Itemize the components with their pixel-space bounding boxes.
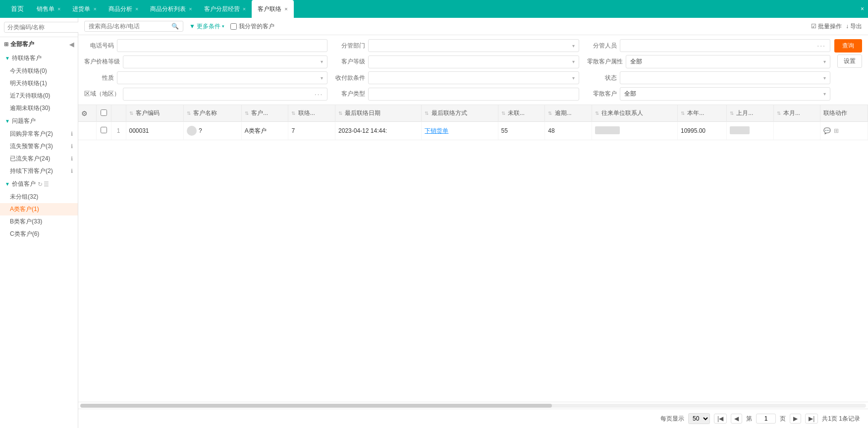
- sidebar-item-repurchase-abnormal[interactable]: 回购异常客户(2) ℹ: [0, 128, 78, 140]
- sidebar-item-unclassified[interactable]: 未分组(32): [0, 191, 78, 203]
- select-all-checkbox[interactable]: [101, 109, 107, 116]
- name-cell: ?: [187, 126, 238, 136]
- filter-input-customer-level[interactable]: ▾: [368, 55, 579, 68]
- sort-icon-10: ⇅: [681, 110, 685, 116]
- sidebar-item-7days-contact[interactable]: 近7天待联络(0): [0, 90, 78, 102]
- main-layout: 🔍 ⊞ 全部客户 ◀ ▼ 待联络客户 今天待联络(0) 明天待联络(1) 近7天…: [0, 18, 868, 428]
- sidebar-item-class-c[interactable]: C类客户(6): [0, 228, 78, 240]
- td-checkbox[interactable]: [96, 122, 111, 140]
- qr-icon[interactable]: ⊞: [834, 127, 839, 134]
- filter-input-retail-attr[interactable]: 全部 ▾: [626, 55, 830, 68]
- sidebar-group-pending[interactable]: ▼ 待联络客户: [0, 52, 78, 65]
- td-action: 💬 ⊞: [820, 122, 868, 140]
- filter-input-customer-type[interactable]: [368, 88, 579, 101]
- filter-search-input[interactable]: [89, 23, 171, 30]
- sidebar-item-churn-warning[interactable]: 流失预警客户(3) ℹ: [0, 140, 78, 153]
- message-icon[interactable]: 💬: [823, 127, 831, 134]
- sidebar-item-class-b[interactable]: B类客户(33): [0, 215, 78, 228]
- sidebar-item-overdue-contact[interactable]: 逾期未联络(30): [0, 102, 78, 114]
- sidebar-item-churned[interactable]: 已流失客户(24) ℹ: [0, 153, 78, 165]
- horizontal-scrollbar[interactable]: [78, 402, 868, 409]
- sidebar-item-tomorrow-contact[interactable]: 明天待联络(1): [0, 77, 78, 90]
- dots-icon-region: ···: [315, 90, 324, 98]
- my-customers-checkbox[interactable]: 我分管的客户: [230, 22, 274, 31]
- filter-input-retail-customer[interactable]: 全部 ▾: [620, 87, 830, 101]
- th-customer-code[interactable]: ⇅ 客户编码: [126, 105, 184, 122]
- th-gear[interactable]: ⚙: [78, 105, 96, 122]
- th-unit-contact[interactable]: ⇅ 往来单位联系人: [592, 105, 677, 122]
- page-number-input[interactable]: [756, 414, 776, 424]
- next-page-button[interactable]: ▶: [790, 414, 801, 424]
- nav-tab-customer-mgmt[interactable]: 客户分层经营 ×: [198, 0, 252, 18]
- row-checkbox[interactable]: [101, 127, 107, 133]
- sort-icon-2: ⇅: [187, 110, 191, 116]
- close-all-button[interactable]: ×: [861, 5, 864, 12]
- filter-bar-actions: ☑ 批量操作 ↓ 导出: [811, 22, 862, 31]
- query-button[interactable]: 查询: [834, 39, 862, 53]
- batch-operation-button[interactable]: ☑ 批量操作: [811, 22, 842, 31]
- sidebar-item-class-a[interactable]: A类客户(1): [0, 203, 78, 215]
- last-page-button[interactable]: ▶|: [805, 414, 818, 424]
- export-button[interactable]: ↓ 导出: [846, 22, 862, 31]
- th-customer-type[interactable]: ⇅ 客户...: [241, 105, 288, 122]
- filter-input-region[interactable]: ···: [123, 88, 327, 101]
- sidebar-group-value[interactable]: ▼ 价值客户 ↻ ☰: [0, 177, 78, 191]
- th-this-year[interactable]: ⇅ 本年...: [677, 105, 726, 122]
- filter-input-price-level[interactable]: ▾: [123, 55, 327, 68]
- filter-input-dept[interactable]: ▾: [368, 39, 579, 52]
- th-checkbox[interactable]: [96, 105, 111, 122]
- close-tab-sales-icon[interactable]: ×: [57, 6, 60, 12]
- sidebar-search-input[interactable]: [4, 22, 85, 33]
- filter-search-icon[interactable]: 🔍: [171, 23, 179, 30]
- th-overdue[interactable]: ⇅ 逾期...: [545, 105, 592, 122]
- settings-button[interactable]: 设置: [837, 54, 862, 68]
- close-tab-customer-mgmt-icon[interactable]: ×: [243, 6, 246, 12]
- filter-input-status[interactable]: ▾: [620, 71, 830, 84]
- td-unit-contact: [592, 122, 677, 140]
- nav-tab-analysis[interactable]: 商品分析 ×: [103, 0, 144, 18]
- close-tab-purchase-icon[interactable]: ×: [93, 6, 96, 12]
- nav-home[interactable]: 首页: [4, 0, 31, 18]
- refresh-icon[interactable]: ↻: [38, 181, 43, 188]
- more-conditions-button[interactable]: ▼ 更多条件 ▾: [189, 22, 224, 31]
- sort-icon-7: ⇅: [501, 110, 505, 116]
- filter-input-nature[interactable]: ▾: [117, 71, 327, 84]
- filter-input-payment[interactable]: ▾: [368, 71, 579, 84]
- scrollbar-thumb[interactable]: [80, 404, 552, 408]
- info-icon-1: ℹ: [71, 131, 73, 137]
- nav-tab-sales[interactable]: 销售单 ×: [31, 0, 66, 18]
- close-tab-customer-contact-icon[interactable]: ×: [284, 6, 287, 12]
- filter-input-phone[interactable]: [117, 39, 327, 52]
- nav-tab-customer-contact[interactable]: 客户联络 ×: [252, 0, 293, 18]
- th-customer-name[interactable]: ⇅ 客户名称: [184, 105, 242, 122]
- td-customer-name: ?: [184, 122, 242, 140]
- sidebar-group-problem[interactable]: ▼ 问题客户: [0, 114, 78, 128]
- th-last-contact-date[interactable]: ⇅ 最后联络日期: [335, 105, 422, 122]
- chevron-payment-icon: ▾: [572, 75, 575, 81]
- close-tab-analysis-icon[interactable]: ×: [135, 6, 138, 12]
- filter-label-region: 区域（地区）: [84, 90, 120, 98]
- my-customers-check[interactable]: [230, 23, 237, 30]
- per-page-select[interactable]: 50: [688, 413, 710, 424]
- prev-page-button[interactable]: ◀: [731, 414, 742, 424]
- th-this-month[interactable]: ⇅ 本月...: [773, 105, 820, 122]
- filter-field-dept: 分管部门 ▾: [335, 39, 579, 52]
- sidebar-item-today-contact[interactable]: 今天待联络(0): [0, 65, 78, 77]
- close-tab-analysis-list-icon[interactable]: ×: [189, 6, 192, 12]
- th-last-contact-way[interactable]: ⇅ 最后联络方式: [422, 105, 498, 122]
- first-page-button[interactable]: |◀: [714, 414, 727, 424]
- filter-input-manager[interactable]: ···: [620, 39, 830, 52]
- sidebar-item-declining[interactable]: 持续下滑客户(2) ℹ: [0, 165, 78, 177]
- th-contact-count[interactable]: ⇅ 联络...: [288, 105, 335, 122]
- th-last-month[interactable]: ⇅ 上月...: [726, 105, 773, 122]
- th-not-contacted[interactable]: ⇅ 未联...: [498, 105, 545, 122]
- settings-value-icon[interactable]: ☰: [44, 181, 49, 188]
- th-row-num: [111, 105, 126, 122]
- nav-tab-analysis-list[interactable]: 商品分析列表 ×: [144, 0, 198, 18]
- sidebar-all-customers-header[interactable]: ⊞ 全部客户 ◀: [0, 37, 78, 52]
- scrollbar-track: [80, 404, 866, 408]
- nav-tab-purchase[interactable]: 进货单 ×: [66, 0, 102, 18]
- contact-way-link[interactable]: 下销货单: [425, 127, 448, 134]
- sidebar-collapse-icon[interactable]: ◀: [69, 41, 74, 48]
- td-row-num: 1: [111, 122, 126, 140]
